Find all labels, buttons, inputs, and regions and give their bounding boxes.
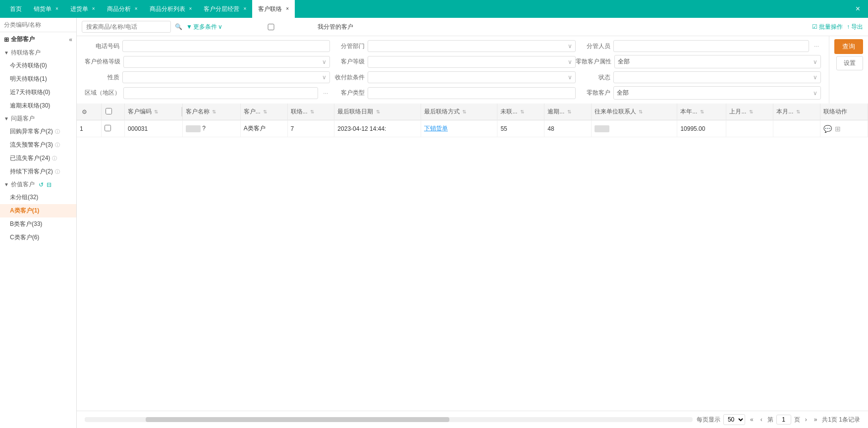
adv-row-3: 性质 ∨ 收付款条件 ∨ 状态 (85, 71, 821, 83)
horizontal-scrollbar[interactable] (85, 417, 693, 422)
sidebar-group-pending[interactable]: ▼ 待联络客户 (0, 47, 76, 59)
close-sales-tab[interactable]: × (55, 0, 58, 18)
sidebar-item-today[interactable]: 今天待联络(0) (0, 59, 76, 72)
nav-purchase[interactable]: 进货单 × (64, 0, 101, 18)
sidebar-item-declining[interactable]: 持续下滑客户(2) ⓘ (0, 165, 76, 178)
filter-down-icon: ∨ (218, 23, 222, 30)
sidebar-item-tomorrow[interactable]: 明天待联络(1) (0, 72, 76, 86)
sort-thismonth-icon[interactable]: ⇅ (796, 109, 800, 114)
adv-select-price-level[interactable]: ∨ (123, 56, 330, 68)
sidebar-group-problem[interactable]: ▼ 问题客户 (0, 112, 76, 125)
adv-select-retail-customer[interactable]: 全部 ∨ (613, 86, 821, 100)
th-overdue: 逾期... ⇅ (544, 104, 592, 120)
sidebar-item-a-class[interactable]: A类客户(1) (0, 204, 76, 217)
value-group-arrow: ▼ (4, 182, 9, 187)
manager-dots-icon[interactable]: ··· (812, 43, 821, 50)
adv-input-phone[interactable] (122, 40, 330, 52)
close-customer-contact-tab[interactable]: × (286, 0, 289, 18)
nav-customer-contact[interactable]: 客户联络 × (252, 0, 295, 18)
batch-op-btn[interactable]: ☑ 批量操作 (812, 23, 843, 31)
sidebar-item-overdue[interactable]: 逾期未联络(30) (0, 99, 76, 112)
search-input[interactable] (82, 21, 171, 33)
sort-thisyear-icon[interactable]: ⇅ (700, 109, 704, 114)
adv-select-retail-attr[interactable]: 全部 ∨ (614, 55, 821, 68)
settings-button[interactable]: 设置 (836, 56, 863, 70)
region-dots-icon[interactable]: ··· (321, 90, 330, 97)
contact-method-link[interactable]: 下销货单 (424, 125, 448, 132)
adv-select-dept[interactable]: ∨ (368, 40, 575, 52)
adv-cell-phone: 电话号码 (85, 40, 330, 52)
sidebar-item-repurchase-abnormal[interactable]: 回购异常客户(2) ⓘ (0, 125, 76, 138)
nav-customer-segment[interactable]: 客户分层经营 × (198, 0, 252, 18)
adv-select-customer-level[interactable]: ∨ (368, 56, 575, 68)
value-group-settings-icon[interactable]: ⊟ (47, 181, 52, 188)
adv-cell-status: 状态 ∨ (576, 71, 821, 83)
row-chat-icon[interactable]: 💬 (823, 125, 832, 133)
sidebar-item-churn-warning[interactable]: 流失预警客户(3) ⓘ (0, 138, 76, 152)
sidebar-item-7days[interactable]: 近7天待联络(0) (0, 86, 76, 99)
nature-arrow-icon: ∨ (322, 74, 326, 81)
adv-cell-retail-attr: 零散客户属性 全部 ∨ (576, 55, 821, 68)
nav-product-analysis-list[interactable]: 商品分析列表 × (144, 0, 198, 18)
sidebar-search-input[interactable] (4, 21, 77, 28)
query-button[interactable]: 查询 (834, 39, 863, 54)
adv-input-region[interactable] (123, 87, 318, 99)
sidebar-item-churned[interactable]: 已流失客户(24) ⓘ (0, 152, 76, 165)
adv-input-manager[interactable] (613, 40, 809, 52)
sidebar-collapse-btn[interactable]: « (69, 36, 72, 43)
sort-lastmonth-icon[interactable]: ⇅ (749, 109, 753, 114)
page-number-input[interactable] (776, 415, 791, 425)
nav-product-analysis[interactable]: 商品分析 × (101, 0, 144, 18)
sidebar-group-value[interactable]: ▼ 价值客户 ↺ ⊟ (0, 178, 76, 191)
sidebar-item-c-class[interactable]: C类客户(6) (0, 231, 76, 244)
first-page-btn[interactable]: « (748, 416, 756, 424)
nav-home[interactable]: 首页 (4, 0, 28, 18)
adv-label-phone: 电话号码 (85, 42, 119, 51)
sort-code-icon[interactable]: ⇅ (154, 109, 158, 114)
sort-contact-icon[interactable]: ⇅ (310, 109, 314, 114)
filter-search-icon[interactable]: 🔍 (175, 23, 182, 30)
close-customer-segment-tab[interactable]: × (243, 0, 246, 18)
prev-page-btn[interactable]: ‹ (759, 416, 764, 424)
sidebar-all-customers[interactable]: ⊞ 全部客户 « (0, 32, 76, 47)
adv-select-payment[interactable]: ∨ (368, 71, 575, 83)
batch-icon: ☑ (812, 23, 817, 30)
action-buttons: 查询 设置 (829, 36, 868, 104)
row-name: ? (182, 120, 240, 137)
select-all-checkbox[interactable] (106, 108, 112, 114)
adv-select-nature[interactable]: ∨ (122, 71, 330, 83)
sort-nocontact-icon[interactable]: ⇅ (520, 109, 524, 114)
row-last-contact-date: 2023-04-12 14:44: (334, 120, 421, 137)
my-customers-filter[interactable]: 我分管的客户 (226, 23, 353, 31)
adv-label-dept: 分管部门 (330, 42, 365, 51)
close-purchase-tab[interactable]: × (92, 0, 95, 18)
sort-type-icon[interactable]: ⇅ (263, 109, 267, 114)
sort-date-icon[interactable]: ⇅ (376, 109, 380, 114)
last-page-btn[interactable]: » (812, 416, 819, 424)
sidebar-item-b-class[interactable]: B类客户(33) (0, 217, 76, 231)
adv-cell-price-level: 客户价格等级 ∨ (85, 56, 330, 68)
close-product-analysis-list-tab[interactable]: × (189, 0, 192, 18)
next-page-btn[interactable]: › (803, 416, 809, 424)
page-size-select[interactable]: 50 (723, 414, 745, 425)
adv-label-price-level: 客户价格等级 (85, 57, 120, 66)
sort-contactperson-icon[interactable]: ⇅ (639, 109, 643, 114)
th-contact-person: 往来单位联系人 ⇅ (592, 104, 677, 120)
nav-sales[interactable]: 销货单 × (28, 0, 64, 18)
row-select-checkbox[interactable] (105, 125, 111, 131)
close-product-analysis-tab[interactable]: × (135, 0, 138, 18)
more-filters-btn[interactable]: ▼ 更多条件 ∨ (186, 23, 222, 31)
adv-input-customer-type[interactable] (368, 87, 575, 99)
export-btn[interactable]: ↑ 导出 (847, 23, 863, 31)
my-customers-checkbox[interactable] (226, 24, 316, 30)
th-settings[interactable]: ⚙ (77, 104, 101, 120)
value-group-refresh-icon[interactable]: ↺ (39, 181, 44, 188)
table-area: ⚙ 客户编码 ⇅ 客户名称 ⇅ (77, 104, 868, 411)
adv-select-status[interactable]: ∨ (613, 71, 821, 83)
sort-overdue-icon[interactable]: ⇅ (567, 109, 571, 114)
sort-method-icon[interactable]: ⇅ (462, 109, 466, 114)
sort-name-icon[interactable]: ⇅ (212, 109, 216, 114)
sidebar-item-ungrouped[interactable]: 未分组(32) (0, 191, 76, 204)
window-close-icon[interactable]: × (852, 4, 864, 13)
row-more-icon[interactable]: ⊞ (835, 125, 841, 133)
